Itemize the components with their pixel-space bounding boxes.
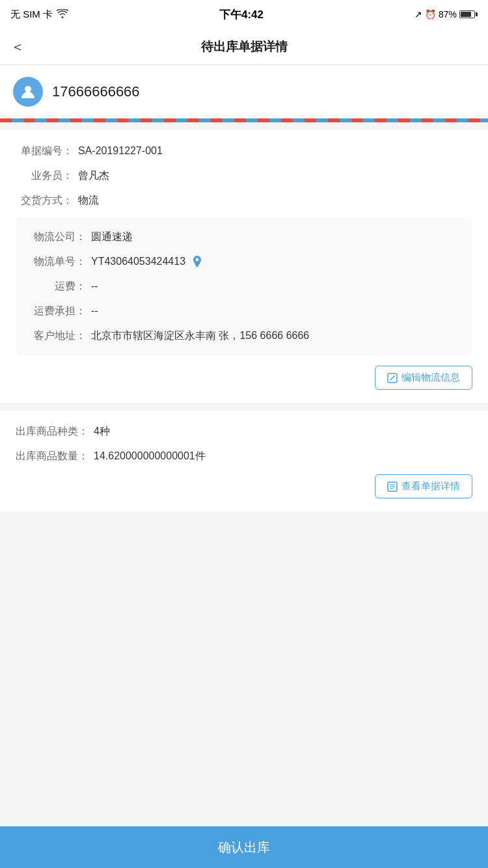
confirm-label: 确认出库 — [218, 839, 270, 856]
logistics-tracking-value: YT43064053424413 — [91, 254, 459, 269]
confirm-button[interactable]: 确认出库 — [0, 826, 488, 868]
logistics-company-label: 物流公司： — [29, 229, 86, 245]
freight-bearer-value: -- — [91, 303, 459, 319]
freight-value: -- — [91, 278, 459, 294]
product-quantity-value: 14.620000000000001件 — [94, 448, 472, 464]
logistics-company-row: 物流公司： 圆通速递 — [29, 229, 459, 245]
order-no-row: 单据编号： SA-20191227-001 — [16, 143, 472, 159]
logistics-company-value: 圆通速递 — [91, 229, 459, 245]
logistics-card: 物流公司： 圆通速递 物流单号： YT43064053424413 运费： --… — [16, 217, 472, 355]
product-type-value: 4种 — [94, 424, 472, 439]
freight-bearer-row: 运费承担： -- — [29, 303, 459, 319]
freight-bearer-label: 运费承担： — [29, 303, 86, 319]
salesman-row: 业务员： 曾凡杰 — [16, 168, 472, 183]
logistics-tracking-row: 物流单号： YT43064053424413 — [29, 254, 459, 269]
back-button[interactable]: ＜ — [10, 37, 25, 57]
product-quantity-label: 出库商品数量： — [16, 448, 88, 464]
location-icon: ↗ — [414, 9, 422, 20]
address-label: 客户地址： — [29, 328, 86, 344]
product-type-row: 出库商品种类： 4种 — [16, 424, 472, 439]
edit-logistics-area: 编辑物流信息 — [16, 366, 472, 390]
salesman-label: 业务员： — [16, 168, 73, 183]
status-time: 下午4:42 — [219, 7, 264, 22]
freight-label: 运费： — [29, 278, 86, 294]
delivery-type-label: 交货方式： — [16, 193, 73, 208]
delivery-type-row: 交货方式： 物流 — [16, 193, 472, 208]
freight-row: 运费： -- — [29, 278, 459, 294]
battery-icon — [459, 10, 478, 18]
bottom-spacer — [0, 511, 488, 642]
logistics-tracking-label: 物流单号： — [29, 254, 86, 269]
nav-title: 待出库单据详情 — [201, 38, 288, 55]
product-type-label: 出库商品种类： — [16, 424, 88, 439]
address-row: 客户地址： 北京市市辖区海淀区永丰南 张，156 6666 6666 — [29, 328, 459, 344]
order-info-section: 单据编号： SA-20191227-001 业务员： 曾凡杰 交货方式： 物流 … — [0, 130, 488, 403]
product-section: 出库商品种类： 4种 出库商品数量： 14.620000000000001件 查… — [0, 411, 488, 511]
order-no-label: 单据编号： — [16, 143, 73, 159]
alarm-icon: ⏰ — [425, 9, 436, 20]
product-quantity-row: 出库商品数量： 14.620000000000001件 — [16, 448, 472, 464]
wifi-icon — [57, 9, 68, 20]
map-pin-icon[interactable] — [191, 255, 204, 268]
customer-phone: 17666666666 — [52, 83, 140, 100]
edit-logistics-button[interactable]: 编辑物流信息 — [375, 366, 472, 390]
delivery-type-value: 物流 — [78, 193, 472, 208]
carrier-label: 无 SIM 卡 — [10, 8, 53, 21]
status-bar: 无 SIM 卡 下午4:42 ↗ ⏰ 87% — [0, 0, 488, 29]
battery-label: 87% — [439, 9, 457, 20]
salesman-value: 曾凡杰 — [78, 168, 472, 183]
status-right: ↗ ⏰ 87% — [414, 9, 478, 20]
dashed-divider — [0, 118, 488, 122]
avatar — [13, 77, 43, 107]
address-value: 北京市市辖区海淀区永丰南 张，156 6666 6666 — [91, 328, 459, 344]
order-no-value: SA-20191227-001 — [78, 143, 472, 159]
view-detail-area: 查看单据详情 — [16, 474, 472, 498]
status-left: 无 SIM 卡 — [10, 8, 68, 21]
nav-bar: ＜ 待出库单据详情 — [0, 29, 488, 65]
svg-point-0 — [25, 86, 31, 92]
customer-header: 17666666666 — [0, 65, 488, 118]
view-detail-button[interactable]: 查看单据详情 — [375, 474, 472, 498]
